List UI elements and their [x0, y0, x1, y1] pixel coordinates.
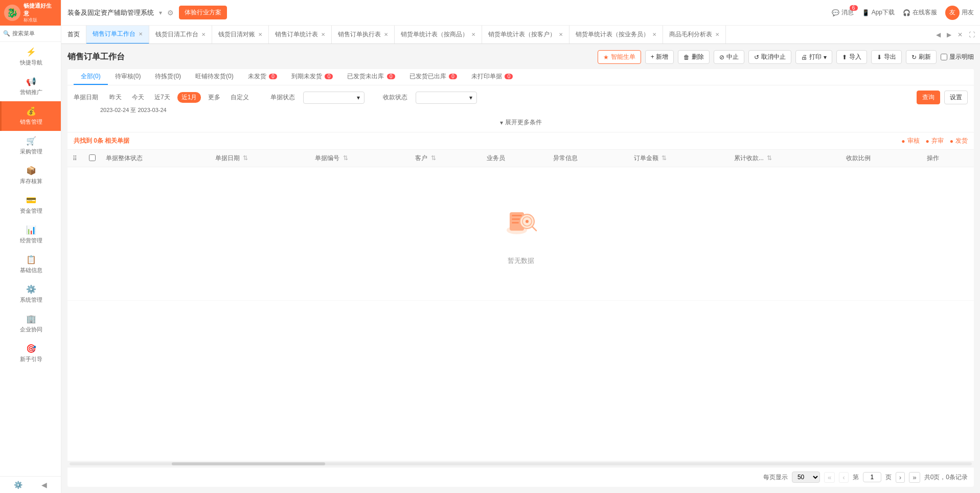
add-button[interactable]: + 新增 — [645, 50, 674, 64]
date-option-today[interactable]: 今天 — [129, 92, 147, 103]
solution-button[interactable]: 体验行业方案 — [179, 6, 227, 19]
sidebar-item-inventory[interactable]: 📦 库存核算 — [0, 161, 61, 190]
tab-close-cash-reconcile[interactable]: ✕ — [258, 32, 262, 37]
last-page-button[interactable]: » — [909, 472, 920, 483]
first-page-button[interactable]: « — [824, 472, 835, 483]
amount-sort-icon[interactable]: ⇅ — [662, 154, 667, 162]
tab-monthly-product[interactable]: 销货单统计表（按商品） ✕ — [395, 26, 482, 44]
sub-tab-pending-inspect[interactable]: 待拣货(0) — [148, 69, 188, 85]
sidebar-item-finance[interactable]: 💳 资金管理 — [0, 190, 61, 220]
show-detail-checkbox-label[interactable]: 显示明细 — [941, 53, 974, 61]
tab-close-product-profit[interactable]: ✕ — [715, 32, 719, 37]
tab-close-sales-stats[interactable]: ✕ — [321, 32, 325, 37]
customer-sort-icon[interactable]: ⇅ — [431, 154, 436, 162]
tab-product-profit[interactable]: 商品毛利分析表 ✕ — [663, 26, 726, 44]
sidebar-item-marketing[interactable]: 📢 营销推广 — [0, 72, 61, 101]
user-button[interactable]: 友 用友 — [945, 6, 974, 20]
refresh-button[interactable]: ↻ 刷新 — [906, 50, 937, 64]
sidebar-search[interactable]: 🔍 搜索菜单 — [0, 26, 61, 42]
date-option-more[interactable]: 更多 — [205, 92, 223, 103]
tab-monthly-staff[interactable]: 销货单统计表（按业务员） ✕ — [569, 26, 663, 44]
sidebar-item-guide[interactable]: 🎯 新手引导 — [0, 339, 61, 368]
expand-filter-button[interactable]: ▾ 展开更多条件 — [74, 118, 968, 127]
sidebar-item-basic[interactable]: 📋 基础信息 — [0, 250, 61, 279]
tab-expand-icon[interactable]: ⛶ — [967, 30, 977, 39]
tab-prev-icon[interactable]: ◀ — [934, 30, 943, 39]
tab-close-monthly-staff[interactable]: ✕ — [652, 32, 656, 37]
settings-button[interactable]: 设置 — [944, 91, 968, 104]
tab-close-all-icon[interactable]: ✕ — [955, 30, 965, 39]
tab-close-monthly-product[interactable]: ✕ — [471, 32, 475, 37]
topbar-gear-icon[interactable]: ⚙ — [167, 9, 174, 17]
th-amount[interactable]: 订单金额 ⇅ — [629, 150, 729, 167]
cancel-stop-button[interactable]: ↺ 取消中止 — [748, 50, 791, 64]
date-option-7days[interactable]: 近7天 — [151, 92, 173, 103]
audit-action[interactable]: ● 审核 — [901, 137, 919, 145]
sidebar-item-enterprise[interactable]: 🏢 企业协同 — [0, 309, 61, 339]
th-number[interactable]: 单据编号 ⇅ — [310, 150, 410, 167]
page-input[interactable] — [863, 472, 881, 482]
tab-sales-workbench[interactable]: 销售订单工作台 ✕ — [86, 26, 149, 44]
search-icon: 🔍 — [3, 30, 10, 37]
status-select[interactable]: ▾ — [303, 92, 364, 104]
sidebar-item-sales[interactable]: 💰 销售管理 — [0, 101, 61, 131]
smart-create-button[interactable]: ★ 智能生单 — [598, 50, 641, 64]
sub-tab-shipped-out[interactable]: 已发货已出库 0 — [402, 69, 464, 85]
ship-action[interactable]: ● 发货 — [950, 137, 968, 145]
page-size-select[interactable]: 10 20 50 100 — [792, 472, 820, 483]
sidebar-item-quick[interactable]: ⚡ 快捷导航 — [0, 42, 61, 72]
import-button[interactable]: ⬆ 导入 — [836, 50, 867, 64]
sub-tab-all[interactable]: 全部(0) — [74, 69, 108, 85]
sub-tab-wangpu[interactable]: 旺铺待发货(0) — [188, 69, 241, 85]
sidebar-item-operation[interactable]: 📊 经营管理 — [0, 220, 61, 250]
th-checkbox[interactable] — [84, 150, 101, 167]
tab-close-monthly-customer[interactable]: ✕ — [559, 32, 563, 37]
prev-page-button[interactable]: ‹ — [839, 472, 848, 483]
tab-close-sales-workbench[interactable]: ✕ — [139, 31, 143, 37]
system-dropdown-icon[interactable]: ▾ — [159, 9, 162, 16]
settings-icon[interactable]: ⚙️ — [14, 481, 22, 489]
sub-tab-unprinted[interactable]: 未打印单据 0 — [464, 69, 520, 85]
date-option-yesterday[interactable]: 昨天 — [106, 92, 125, 103]
number-sort-icon[interactable]: ⇅ — [343, 154, 348, 162]
collected-sort-icon[interactable]: ⇅ — [767, 154, 772, 162]
tab-monthly-customer[interactable]: 销货单统计表（按客户） ✕ — [482, 26, 569, 44]
sub-tabs: 全部(0) 待审核(0) 待拣货(0) 旺铺待发货(0) 未发货 0 到期未发货 — [67, 69, 974, 85]
message-button[interactable]: 💬 消息 6 — [832, 8, 854, 17]
scroll-thumb[interactable] — [172, 462, 325, 465]
tab-close-sales-exec[interactable]: ✕ — [384, 32, 388, 37]
sub-tab-shipped-in[interactable]: 已发货未出库 0 — [340, 69, 402, 85]
tab-sales-exec[interactable]: 销售订单执行表 ✕ — [332, 26, 395, 44]
sub-tab-unshipped[interactable]: 未发货 0 — [241, 69, 284, 85]
sidebar-item-system[interactable]: ⚙️ 系统管理 — [0, 279, 61, 309]
th-date[interactable]: 单据日期 ⇅ — [210, 150, 310, 167]
revoke-action[interactable]: ● 弃审 — [926, 137, 944, 145]
th-customer[interactable]: 客户 ⇅ — [410, 150, 482, 167]
tab-cash-reconcile[interactable]: 钱货日清对账 ✕ — [212, 26, 269, 44]
export-button[interactable]: ⬇ 导出 — [871, 50, 902, 64]
payment-select[interactable]: ▾ — [416, 92, 477, 104]
date-option-custom[interactable]: 自定义 — [227, 92, 252, 103]
sidebar-item-purchase[interactable]: 🛒 采购管理 — [0, 131, 61, 161]
next-page-button[interactable]: › — [896, 472, 905, 483]
tab-close-cash-daily[interactable]: ✕ — [201, 32, 206, 37]
sub-tab-overdue[interactable]: 到期未发货 0 — [284, 69, 340, 85]
stop-button[interactable]: ⊘ 中止 — [714, 50, 744, 64]
tab-cash-daily[interactable]: 钱货日清工作台 ✕ — [149, 26, 212, 44]
online-service-button[interactable]: 🎧 在线客服 — [903, 8, 937, 17]
sub-tab-pending-review[interactable]: 待审核(0) — [108, 69, 148, 85]
print-button[interactable]: 🖨 打印 ▾ — [795, 50, 832, 64]
app-download-button[interactable]: 📱 App下载 — [862, 8, 895, 17]
select-all-checkbox[interactable] — [89, 154, 96, 161]
tab-sales-stats[interactable]: 销售订单统计表 ✕ — [269, 26, 332, 44]
date-sort-icon[interactable]: ⇅ — [243, 154, 248, 162]
show-detail-checkbox[interactable] — [941, 54, 947, 60]
delete-button[interactable]: 🗑 删除 — [678, 50, 710, 64]
query-button[interactable]: 查询 — [917, 91, 940, 104]
date-option-1month[interactable]: 近1月 — [177, 92, 201, 103]
tab-next-icon[interactable]: ▶ — [945, 30, 953, 39]
tab-home[interactable]: 首页 — [61, 26, 86, 44]
collapse-icon[interactable]: ◀ — [41, 481, 47, 489]
horizontal-scrollbar[interactable] — [67, 461, 974, 467]
th-collected[interactable]: 累计收款... ⇅ — [729, 150, 841, 167]
